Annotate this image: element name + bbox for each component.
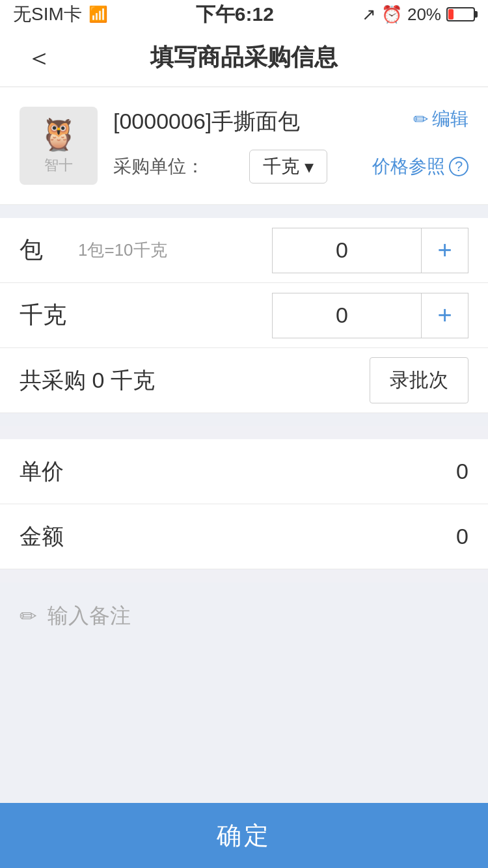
edit-icon: ✏ <box>413 109 428 130</box>
battery-percent: 20% <box>407 5 441 25</box>
confirm-label: 确定 <box>217 819 271 852</box>
status-time: 下午6:12 <box>196 1 274 28</box>
quantity-input-bao[interactable] <box>272 228 422 273</box>
product-name: [0000006]手撕面包 <box>113 107 300 137</box>
unit-price-value: 0 <box>456 459 468 484</box>
price-section: 单价 0 金额 0 <box>0 439 488 569</box>
help-icon: ? <box>449 157 468 176</box>
back-button[interactable]: ＜ <box>20 33 59 82</box>
unit-price-label: 单价 <box>20 457 64 487</box>
summary-unit: 千克 <box>111 368 155 392</box>
summary-value: 0 <box>92 368 104 392</box>
quantity-section: 包 1包=10千克 + 千克 + 共采购 0 千克 录批次 <box>0 218 488 413</box>
status-left: 无SIM卡 📶 <box>13 2 108 27</box>
notes-placeholder: 输入备注 <box>47 602 131 631</box>
wifi-icon: 📶 <box>88 5 108 23</box>
price-ref-label: 价格参照 <box>372 154 445 179</box>
product-title: 手撕面包 <box>211 109 300 133</box>
section-divider-1 <box>0 205 488 218</box>
notes-section[interactable]: ✏ 输入备注 <box>0 582 488 650</box>
product-section: 🦉 智十 [0000006]手撕面包 ✏ 编辑 采购单位： 千克 ▾ 价格参照 … <box>0 87 488 205</box>
quantity-label-kg: 千克 <box>20 299 72 331</box>
quantity-plus-kg[interactable]: + <box>422 293 468 338</box>
summary-prefix: 共采购 <box>20 368 86 392</box>
product-image: 🦉 智十 <box>20 107 98 185</box>
quantity-sublabel-bao: 1包=10千克 <box>78 239 167 262</box>
product-unit-row: 采购单位： 千克 ▾ 价格参照 ? <box>113 150 468 183</box>
unit-select[interactable]: 千克 ▾ <box>249 150 327 183</box>
battery-icon <box>446 7 475 21</box>
status-bar: 无SIM卡 📶 下午6:12 ↗ ⏰ 20% <box>0 0 488 29</box>
quantity-input-wrap-bao: + <box>272 228 468 273</box>
quantity-input-wrap-kg: + <box>272 293 468 338</box>
price-ref-button[interactable]: 价格参照 ? <box>372 154 468 179</box>
quantity-row-bao: 包 1包=10千克 + <box>0 218 488 283</box>
summary-text: 共采购 0 千克 <box>20 366 155 396</box>
dropdown-icon: ▾ <box>305 156 314 178</box>
edit-button[interactable]: ✏ 编辑 <box>413 107 468 131</box>
unit-label: 采购单位： <box>113 154 204 179</box>
product-owl-icon: 🦉 <box>39 116 78 153</box>
product-id: [0000006] <box>113 109 211 133</box>
edit-label: 编辑 <box>432 107 468 131</box>
amount-value: 0 <box>456 524 468 549</box>
unit-value: 千克 <box>263 154 299 179</box>
quantity-label-bao: 包 <box>20 234 72 266</box>
amount-row: 金额 0 <box>0 504 488 569</box>
alarm-icon: ⏰ <box>381 5 402 25</box>
summary-row: 共采购 0 千克 录批次 <box>0 348 488 413</box>
product-image-label: 智十 <box>44 156 73 175</box>
status-right: ↗ ⏰ 20% <box>362 5 475 25</box>
carrier-text: 无SIM卡 <box>13 2 82 27</box>
quantity-plus-bao[interactable]: + <box>422 228 468 273</box>
confirm-button[interactable]: 确定 <box>0 803 488 868</box>
quantity-row-kg: 千克 + <box>0 283 488 348</box>
unit-price-row: 单价 0 <box>0 439 488 504</box>
page-title: 填写商品采购信息 <box>150 42 338 74</box>
location-icon: ↗ <box>362 5 376 25</box>
pencil-icon: ✏ <box>20 604 37 629</box>
product-header: [0000006]手撕面包 ✏ 编辑 <box>113 107 468 137</box>
section-divider-2 <box>0 413 488 426</box>
batch-button[interactable]: 录批次 <box>370 357 468 403</box>
nav-bar: ＜ 填写商品采购信息 <box>0 29 488 87</box>
amount-label: 金额 <box>20 522 64 552</box>
quantity-input-kg[interactable] <box>272 293 422 338</box>
product-info: [0000006]手撕面包 ✏ 编辑 采购单位： 千克 ▾ 价格参照 ? <box>113 107 468 183</box>
